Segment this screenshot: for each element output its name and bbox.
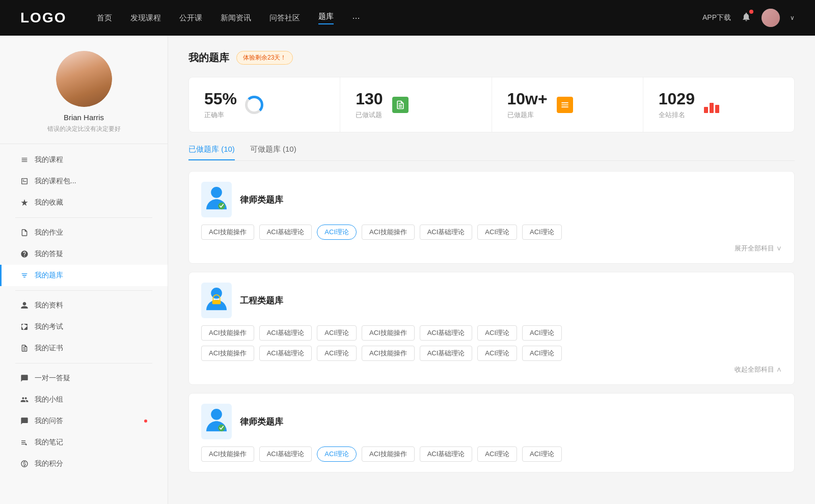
sidebar-item-homework[interactable]: 我的作业 bbox=[0, 222, 168, 243]
user-dropdown-arrow[interactable]: ∨ bbox=[790, 14, 795, 21]
engineer-tags-row2: ACI技能操作 ACI基础理论 ACI理论 ACI技能操作 ACI基础理论 AC… bbox=[201, 346, 782, 361]
law2-tag-4[interactable]: ACI基础理论 bbox=[420, 446, 473, 462]
lawyer-icon-2 bbox=[201, 404, 232, 439]
sidebar-item-one-on-one[interactable]: 一对一答疑 bbox=[0, 368, 168, 389]
banks-icon bbox=[556, 96, 574, 114]
questions-icon bbox=[391, 96, 410, 114]
notification-bell[interactable] bbox=[741, 12, 751, 24]
layout: Brian Harris 错误的决定比没有决定要好 我的课程 我的课程包... … bbox=[0, 36, 815, 504]
law2-tag-6[interactable]: ACI理论 bbox=[522, 446, 562, 462]
stat-banks-label: 已做题库 bbox=[507, 110, 548, 120]
user-avatar[interactable] bbox=[762, 9, 780, 27]
profile-avatar[interactable] bbox=[56, 51, 112, 107]
eng-tag-1[interactable]: ACI基础理论 bbox=[259, 325, 312, 341]
eng-tag-3[interactable]: ACI技能操作 bbox=[362, 325, 415, 341]
tab-todo[interactable]: 可做题库 (10) bbox=[250, 145, 296, 160]
page-title: 我的题库 bbox=[188, 51, 229, 65]
eng-tag-6[interactable]: ACI理论 bbox=[522, 325, 562, 341]
eng-tag-7[interactable]: ACI技能操作 bbox=[201, 346, 254, 361]
sidebar-item-my-questions[interactable]: 我的问答 bbox=[0, 410, 168, 432]
stats-row: 55% 正确率 130 已做试题 bbox=[188, 77, 795, 132]
law2-tag-1[interactable]: ACI基础理论 bbox=[259, 446, 312, 462]
bar-1 bbox=[704, 107, 708, 113]
menu-divider-2 bbox=[15, 290, 152, 291]
engineer-card-title: 工程类题库 bbox=[240, 295, 283, 306]
bar-2 bbox=[710, 103, 714, 113]
eng-tag-4[interactable]: ACI基础理论 bbox=[420, 325, 473, 341]
sidebar: Brian Harris 错误的决定比没有决定要好 我的课程 我的课程包... … bbox=[0, 36, 168, 504]
sidebar-item-notes[interactable]: 我的笔记 bbox=[0, 432, 168, 453]
eng-tag-10[interactable]: ACI技能操作 bbox=[362, 346, 415, 361]
main-nav: 首页 发现课程 公开课 新闻资讯 问答社区 题库 ··· bbox=[97, 12, 702, 24]
law2-tag-5[interactable]: ACI理论 bbox=[477, 446, 517, 462]
menu-label: 一对一答疑 bbox=[35, 374, 70, 383]
tag-2-active[interactable]: ACI理论 bbox=[317, 225, 357, 240]
stat-ranking: 1029 全站排名 bbox=[643, 77, 794, 132]
stat-questions-label: 已做试题 bbox=[356, 110, 383, 120]
tag-6[interactable]: ACI理论 bbox=[522, 225, 562, 240]
menu-label: 我的小组 bbox=[35, 395, 63, 404]
sidebar-item-my-data[interactable]: 我的资料 bbox=[0, 295, 168, 316]
lawyer-card-title-2: 律师类题库 bbox=[240, 416, 283, 428]
svg-rect-3 bbox=[212, 300, 221, 304]
menu-label: 我的课程 bbox=[35, 155, 63, 164]
lawyer-card-title-1: 律师类题库 bbox=[240, 194, 283, 206]
nav-courses[interactable]: 发现课程 bbox=[130, 13, 161, 23]
collapse-link[interactable]: 收起全部科目 ∧ bbox=[201, 365, 782, 374]
stat-questions-done: 130 已做试题 bbox=[340, 77, 492, 132]
eng-tag-13[interactable]: ACI理论 bbox=[522, 346, 562, 361]
sidebar-item-points[interactable]: 我的积分 bbox=[0, 453, 168, 474]
nav-open-course[interactable]: 公开课 bbox=[179, 13, 202, 23]
red-bar-chart-icon bbox=[704, 97, 720, 113]
law2-tag-0[interactable]: ACI技能操作 bbox=[201, 446, 254, 462]
nav-more[interactable]: ··· bbox=[352, 13, 360, 23]
tab-done[interactable]: 已做题库 (10) bbox=[188, 145, 235, 160]
tag-0[interactable]: ACI技能操作 bbox=[201, 225, 254, 240]
stat-ranking-value: 1029 bbox=[659, 90, 695, 108]
tag-1[interactable]: ACI基础理论 bbox=[259, 225, 312, 240]
sidebar-item-my-bank[interactable]: 我的题库 bbox=[0, 265, 168, 286]
header-right: APP下载 ∨ bbox=[702, 9, 795, 27]
eng-tag-2[interactable]: ACI理论 bbox=[317, 325, 357, 341]
sidebar-item-cert[interactable]: 我的证书 bbox=[0, 338, 168, 359]
nav-home[interactable]: 首页 bbox=[97, 13, 112, 23]
law2-tag-3[interactable]: ACI技能操作 bbox=[362, 446, 415, 462]
menu-label: 我的作业 bbox=[35, 228, 63, 237]
engineer-tags-row1: ACI技能操作 ACI基础理论 ACI理论 ACI技能操作 ACI基础理论 AC… bbox=[201, 325, 782, 341]
stat-banks-done: 10w+ 已做题库 bbox=[492, 77, 643, 132]
menu-label: 我的收藏 bbox=[35, 198, 63, 207]
bank-tabs: 已做题库 (10) 可做题库 (10) bbox=[188, 145, 795, 161]
sidebar-item-exam[interactable]: 我的考试 bbox=[0, 316, 168, 338]
sidebar-item-collection[interactable]: 我的收藏 bbox=[0, 192, 168, 213]
app-download-button[interactable]: APP下载 bbox=[702, 13, 731, 22]
nav-qa[interactable]: 问答社区 bbox=[269, 13, 300, 23]
notification-badge bbox=[749, 10, 753, 14]
menu-label: 我的问答 bbox=[35, 416, 63, 426]
bank-card-lawyer-2: 律师类题库 ACI技能操作 ACI基础理论 ACI理论 ACI技能操作 ACI基… bbox=[188, 393, 795, 472]
main-content: 我的题库 体验剩余23天！ 55% 正确率 130 已做试题 bbox=[168, 36, 815, 504]
eng-tag-11[interactable]: ACI基础理论 bbox=[420, 346, 473, 361]
eng-tag-0[interactable]: ACI技能操作 bbox=[201, 325, 254, 341]
eng-tag-12[interactable]: ACI理论 bbox=[477, 346, 517, 361]
nav-news[interactable]: 新闻资讯 bbox=[221, 13, 251, 23]
engineer-icon bbox=[201, 283, 232, 318]
menu-label: 我的考试 bbox=[35, 322, 63, 331]
profile-name: Brian Harris bbox=[64, 113, 104, 122]
tag-4[interactable]: ACI基础理论 bbox=[420, 225, 473, 240]
tag-5[interactable]: ACI理论 bbox=[477, 225, 517, 240]
sidebar-item-my-course[interactable]: 我的课程 bbox=[0, 149, 168, 171]
sidebar-item-course-package[interactable]: 我的课程包... bbox=[0, 171, 168, 192]
eng-tag-8[interactable]: ACI基础理论 bbox=[259, 346, 312, 361]
expand-link-1[interactable]: 展开全部科目 ∨ bbox=[201, 244, 782, 253]
green-doc-icon bbox=[392, 97, 409, 113]
menu-label: 我的答疑 bbox=[35, 249, 63, 259]
eng-tag-9[interactable]: ACI理论 bbox=[317, 346, 357, 361]
sidebar-item-my-qa[interactable]: 我的答疑 bbox=[0, 243, 168, 265]
svg-point-2 bbox=[211, 288, 222, 299]
law2-tag-2-active[interactable]: ACI理论 bbox=[317, 446, 357, 462]
sidebar-item-group[interactable]: 我的小组 bbox=[0, 389, 168, 410]
user-profile: Brian Harris 错误的决定比没有决定要好 bbox=[0, 51, 168, 144]
tag-3[interactable]: ACI技能操作 bbox=[362, 225, 415, 240]
nav-bank[interactable]: 题库 bbox=[318, 12, 334, 24]
eng-tag-5[interactable]: ACI理论 bbox=[477, 325, 517, 341]
